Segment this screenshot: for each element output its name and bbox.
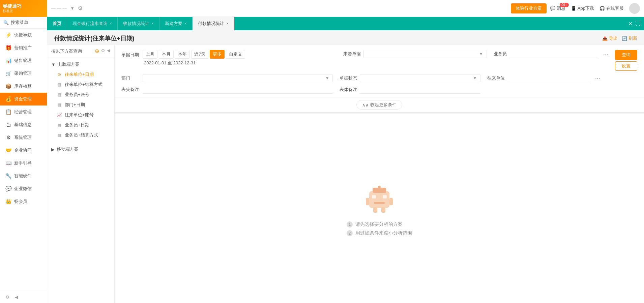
app-download-label: App下载 (578, 5, 594, 11)
page-header: 付款情况统计(往来单位+日期) 📤 导出 🔄 刷新 (47, 30, 644, 45)
staff-dots-icon[interactable]: ··· (603, 51, 608, 58)
scheme-item-staff-date[interactable]: ▦ 业务员+日期 (47, 120, 114, 130)
sidebar-item-hardware[interactable]: 🔧 智能硬件 (0, 170, 47, 182)
topbar: — — — ▼ ⚙ 体验行业方案 💬 消息 99+ 📱 App下载 🎧 在线客服 (47, 0, 644, 17)
sidebar-item-enterprise[interactable]: 🤝 企业协同 (0, 144, 47, 157)
scheme-item-label: 业务员+结算方式 (65, 132, 98, 138)
scheme-item-partner-account[interactable]: 📈 往来单位+账号 (47, 110, 114, 120)
partner-input[interactable] (507, 75, 590, 81)
sidebar-header: 畅捷通巧 标准版 (0, 0, 47, 17)
date-btn-this-month[interactable]: 本月 (159, 50, 174, 59)
scheme-item-partner-settle[interactable]: ▦ 往来单位+结算方式 (47, 80, 114, 90)
collapse-label: 收起更多条件 (370, 102, 397, 108)
topbar-settings-icon[interactable]: ⚙ (78, 5, 83, 11)
content-wrapper: 按以下方案查询 ⊕ ⊙ ◀ ▼ 电脑端方案 ⊙ 往来单位+日期 ▦ (47, 45, 644, 303)
main-body: 单据日期 上月 本月 本年 近7天 更多 自定义 20 (115, 45, 644, 303)
query-button[interactable]: 查询 (615, 50, 637, 60)
sidebar-item-label: 快捷导航 (14, 32, 32, 38)
sidebar-item-wechat[interactable]: 💬 企业微信 (0, 182, 47, 195)
staff-input[interactable] (509, 51, 598, 56)
export-button[interactable]: 📤 导出 (602, 35, 618, 41)
desktop-scheme-group: ▼ 电脑端方案 ⊙ 往来单位+日期 ▦ 往来单位+结算方式 ▦ 业务员+账号 ▦ (47, 57, 114, 142)
sidebar-item-label: 营销推广 (14, 45, 32, 51)
scheme-item-partner-date[interactable]: ⊙ 往来单位+日期 (47, 69, 114, 80)
close-all-icon[interactable]: ✕ (628, 21, 633, 27)
set-button[interactable]: 设置 (615, 61, 637, 71)
mobile-scheme-title[interactable]: ▶ 移动端方案 (47, 144, 114, 154)
svg-rect-6 (366, 198, 369, 205)
sidebar-item-label: 销售管理 (14, 58, 32, 64)
sidebar-item-sales[interactable]: 📊 销售管理 (0, 54, 47, 67)
date-btn-last-month[interactable]: 上月 (143, 50, 157, 59)
export-label: 导出 (609, 35, 618, 41)
sidebar-search[interactable]: 🔍 搜索菜单 (0, 17, 47, 29)
scheme-item-staff-account[interactable]: ▦ 业务员+账号 (47, 90, 114, 100)
app-download-action[interactable]: 📱 App下载 (571, 5, 594, 11)
sidebar-logo-text: 畅捷通巧 (3, 3, 22, 9)
header-note-input[interactable] (143, 87, 333, 92)
scheme-panel-actions: ⊕ ⊙ ◀ (95, 48, 110, 54)
maximize-icon[interactable]: ⛶ (635, 21, 641, 27)
hint-text-2: 用过滤条件来缩小分析范围 (355, 230, 412, 236)
dropdown-arrow-icon[interactable]: ▼ (70, 6, 75, 11)
sidebar-item-operation[interactable]: 📋 经营管理 (0, 105, 47, 118)
date-btn-custom[interactable]: 自定义 (226, 50, 245, 59)
tab-bank-flow[interactable]: 现金银行流水查询 × (67, 17, 118, 30)
scheme-item-staff-settle[interactable]: ▦ 业务员+结算方式 (47, 130, 114, 140)
message-icon: 💬 (550, 6, 555, 11)
sidebar-item-marketing[interactable]: 🎁 营销推广 (0, 41, 47, 54)
scheme-collapse-icon[interactable]: ◀ (107, 48, 110, 54)
body-note-input[interactable] (360, 87, 480, 92)
dept-select[interactable]: ▼ (143, 74, 333, 82)
tab-payment-stats[interactable]: 收款情况统计 × (118, 17, 159, 30)
tab-payment-analysis[interactable]: 付款情况统计 × (193, 17, 234, 30)
tab-payment-stats-close[interactable]: × (151, 21, 154, 26)
sidebar-footer: ⚙ ◀ (0, 291, 47, 303)
online-service-label: 在线客服 (606, 5, 624, 11)
settings-icon[interactable]: ⚙ (5, 295, 9, 300)
sidebar-item-guide[interactable]: 📖 新手引导 (0, 157, 47, 170)
collapse-button[interactable]: ∧∧ 收起更多条件 (356, 100, 402, 110)
source-arrow-icon: ▼ (479, 52, 483, 56)
sidebar-item-label: 系统管理 (14, 134, 32, 141)
tab-bank-flow-close[interactable]: × (110, 21, 112, 26)
tab-home[interactable]: 首页 (47, 17, 67, 30)
date-btn-this-year[interactable]: 本年 (175, 50, 190, 59)
inventory-icon: 📦 (5, 83, 11, 89)
user-avatar[interactable] (629, 3, 640, 14)
voucher-status-select[interactable]: ▼ (360, 74, 480, 82)
sidebar-item-system[interactable]: ⚙ 系统管理 (0, 131, 47, 144)
tab-payment-analysis-close[interactable]: × (226, 21, 229, 26)
message-action[interactable]: 💬 消息 99+ (550, 5, 565, 11)
tab-new-scheme[interactable]: 新建方案 × (159, 17, 193, 30)
topbar-breadcrumb: — — — (51, 6, 67, 11)
sidebar-item-basic-info[interactable]: 🗂 基础信息 (0, 118, 47, 131)
add-scheme-icon[interactable]: ⊕ (95, 48, 99, 54)
refresh-button[interactable]: 🔄 刷新 (622, 35, 637, 41)
sidebar-item-inventory[interactable]: 📦 库存核算 (0, 80, 47, 93)
sidebar-item-member[interactable]: 👑 畅会员 (0, 195, 47, 208)
sidebar-item-finance[interactable]: 💰 资金管理 (0, 93, 47, 105)
active-scheme-icon: ⊙ (57, 72, 62, 77)
tab-new-scheme-close[interactable]: × (184, 21, 187, 26)
scheme-icon: 📈 (57, 112, 62, 118)
guide-icon: 📖 (5, 160, 11, 166)
date-btn-more[interactable]: 更多 (210, 50, 225, 59)
date-btn-7days[interactable]: 近7天 (191, 50, 208, 59)
source-select[interactable]: ▼ (363, 50, 487, 58)
collapse-sidebar-icon[interactable]: ◀ (15, 295, 18, 300)
refresh-label: 刷新 (628, 35, 637, 41)
sidebar-item-purchase[interactable]: 🛒 采购管理 (0, 67, 47, 80)
tabbar: 首页 现金银行流水查询 × 收款情况统计 × 新建方案 × 付款情况统计 × ✕… (47, 17, 644, 30)
scheme-settings-icon[interactable]: ⊙ (101, 48, 105, 54)
scheme-item-dept-date[interactable]: ▦ 部门+日期 (47, 100, 114, 110)
partner-dots-icon[interactable]: ··· (595, 75, 600, 82)
sidebar-item-quick-nav[interactable]: ⚡ 快捷导航 (0, 29, 47, 41)
quick-nav-icon: ⚡ (5, 32, 11, 38)
tab-payment-stats-label: 收款情况统计 (123, 21, 149, 27)
desktop-scheme-title[interactable]: ▼ 电脑端方案 (47, 59, 114, 69)
empty-state-illustration (359, 181, 400, 215)
online-service-action[interactable]: 🎧 在线客服 (599, 5, 624, 11)
sidebar-sub-label: 标准版 (3, 9, 22, 13)
trial-button[interactable]: 体验行业方案 (511, 3, 547, 13)
